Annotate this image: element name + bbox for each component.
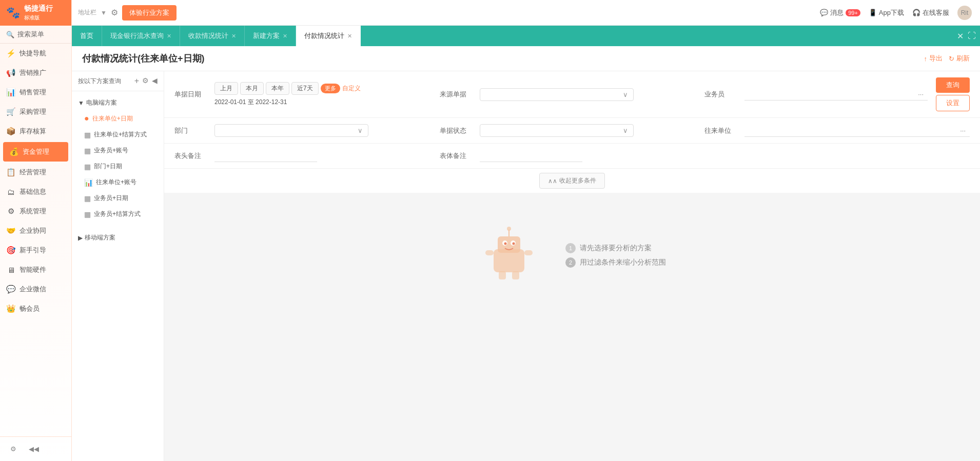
sidebar-item-guide[interactable]: 🎯 新手引导	[0, 240, 71, 260]
source-select[interactable]: ∨	[480, 88, 634, 101]
sidebar-item-wechat[interactable]: 💬 企业微信	[0, 279, 71, 299]
operation-icon: 📋	[6, 168, 15, 177]
sidebar-item-quick-nav[interactable]: ⚡ 快捷导航	[0, 44, 71, 63]
sidebar-item-collab[interactable]: 🤝 企业协同	[0, 221, 71, 240]
collapse-icon: ∧∧	[548, 177, 557, 185]
scheme-item-unit-account[interactable]: 📊 往来单位+账号	[72, 174, 164, 190]
svg-rect-8	[485, 250, 494, 255]
unit-account-icon: 📊	[84, 178, 93, 187]
service-icon: 🎧	[912, 9, 920, 16]
sidebar-search[interactable]: 🔍 搜索菜单	[0, 26, 71, 44]
sidebar-item-inventory[interactable]: 📦 库存核算	[0, 122, 71, 141]
expand-tab-btn[interactable]: ⛶	[968, 31, 976, 41]
tab-payment-stats-label: 付款情况统计	[304, 31, 344, 41]
tab-new-scheme[interactable]: 新建方案 ✕	[245, 26, 296, 46]
sidebar-item-marketing[interactable]: 📢 营销推广	[0, 63, 71, 83]
sidebar-item-purchase[interactable]: 🛒 采购管理	[0, 102, 71, 122]
topnav-settings-icon[interactable]: ⚙	[111, 8, 118, 17]
refresh-btn[interactable]: ↻ 刷新	[949, 54, 970, 63]
scheme-collapse-btn[interactable]: ◀	[152, 76, 158, 86]
online-service-btn[interactable]: 🎧 在线客服	[912, 8, 949, 17]
sidebar-item-finance[interactable]: 💰 资金管理	[3, 142, 68, 162]
filter-wrapper: 单据日期 上月 本月 本年 近7天 更多 自定义 2022-01-01 至 20…	[164, 71, 980, 193]
app-download-btn[interactable]: 📱 App下载	[869, 8, 904, 17]
logo-sub: 标准版	[24, 14, 53, 22]
sidebar-collapse-btn[interactable]: ◀◀	[25, 442, 43, 456]
scheme-item-dept-date[interactable]: ▦ 部门+日期	[72, 158, 164, 174]
export-label: 导出	[929, 54, 943, 63]
tab-receipt-stats-close[interactable]: ✕	[231, 33, 236, 39]
sidebar-item-sales[interactable]: 📊 销售管理	[0, 83, 71, 102]
date-btn-7days[interactable]: 近7天	[291, 82, 319, 95]
desktop-scheme-title[interactable]: ▼ 电脑端方案	[72, 95, 164, 110]
date-btn-last-month[interactable]: 上月	[214, 82, 238, 95]
scheme-item-unit-date[interactable]: ● 往来单位+日期	[72, 110, 164, 127]
salesman-filter-label: 业务员	[704, 90, 740, 99]
page-header: 付款情况统计(往来单位+日期) ↑ 导出 ↻ 刷新	[72, 46, 980, 71]
tab-payment-stats-close[interactable]: ✕	[347, 33, 352, 39]
tab-receipt-stats[interactable]: 收款情况统计 ✕	[180, 26, 245, 46]
scheme-query-label: 按以下方案查询	[78, 77, 121, 86]
left-panel: 按以下方案查询 + ⚙ ◀ ▼ 电脑端方案 ● 往来单位+日期 ▦	[72, 71, 164, 461]
sidebar-item-operation[interactable]: 📋 经营管理	[0, 163, 71, 182]
tab-home[interactable]: 首页	[72, 26, 102, 46]
related-unit-dots-icon[interactable]: ···	[960, 127, 966, 134]
sidebar-item-label: 企业协同	[19, 226, 46, 235]
tip-num-2: 2	[565, 257, 576, 268]
refresh-icon: ↻	[949, 55, 954, 63]
svg-point-4	[504, 243, 507, 245]
doc-status-select[interactable]: ∨	[480, 124, 634, 137]
salesman-dots-icon[interactable]: ···	[918, 90, 924, 98]
dept-chevron-icon: ∨	[358, 127, 363, 134]
scheme-add-btn[interactable]: +	[134, 76, 139, 86]
scheme-item-unit-settlement[interactable]: ▦ 往来单位+结算方式	[72, 127, 164, 143]
settings-button[interactable]: 设置	[936, 95, 970, 111]
tab-new-scheme-close[interactable]: ✕	[283, 33, 287, 39]
sidebar-settings-btn[interactable]: ⚙	[6, 442, 21, 456]
scheme-item-salesman-date[interactable]: ▦ 业务员+日期	[72, 190, 164, 206]
search-icon: 🔍	[6, 31, 14, 38]
sidebar-item-hardware[interactable]: 🖥 智能硬件	[0, 260, 71, 279]
scheme-settings-btn[interactable]: ⚙	[142, 76, 149, 86]
sidebar: 🐾 畅捷通行 标准版 🔍 搜索菜单 ⚡ 快捷导航 📢 营销推广 📊 销售管理 🛒…	[0, 0, 72, 461]
date-more-btn[interactable]: 更多	[321, 84, 340, 93]
sidebar-item-basic[interactable]: 🗂 基础信息	[0, 182, 71, 202]
scheme-item-salesman-account[interactable]: ▦ 业务员+账号	[72, 143, 164, 158]
unit-settlement-icon: ▦	[84, 131, 91, 139]
sidebar-item-member[interactable]: 👑 畅会员	[0, 299, 71, 318]
desktop-chevron-icon: ▼	[78, 99, 84, 107]
tab-payment-stats[interactable]: 付款情况统计 ✕	[296, 26, 361, 46]
filter-row-1: 单据日期 上月 本月 本年 近7天 更多 自定义 2022-01-01 至 20…	[164, 71, 980, 118]
trial-button[interactable]: 体验行业方案	[122, 5, 177, 21]
date-btn-this-year[interactable]: 本年	[266, 82, 289, 95]
mobile-chevron-icon: ▶	[78, 234, 83, 242]
messages-btn[interactable]: 💬 消息 99+	[820, 8, 860, 17]
tip-text-2: 用过滤条件来缩小分析范围	[580, 258, 666, 267]
date-btn-this-month[interactable]: 本月	[240, 82, 264, 95]
sidebar-item-label: 基础信息	[19, 187, 46, 196]
sidebar-item-system[interactable]: ⚙ 系统管理	[0, 202, 71, 221]
body-note-input[interactable]	[480, 150, 582, 162]
sidebar-item-label: 快捷导航	[19, 49, 46, 58]
date-custom-btn[interactable]: 自定义	[342, 84, 361, 93]
user-avatar[interactable]: Rit	[957, 6, 972, 20]
topnav-left: 地址栏 ▼ ⚙ 体验行业方案	[72, 5, 183, 21]
mobile-section-label: 移动端方案	[85, 233, 115, 242]
scheme-item-salesman-settlement[interactable]: ▦ 业务员+结算方式	[72, 206, 164, 222]
query-button[interactable]: 查询	[936, 77, 970, 93]
related-unit-filter-label: 往来单位	[704, 126, 740, 135]
scheme-item-label: 往来单位+结算方式	[94, 130, 147, 139]
online-service-label: 在线客服	[923, 8, 949, 17]
refresh-label: 刷新	[956, 54, 970, 63]
tab-home-label: 首页	[80, 31, 93, 41]
tab-bank-flow-close[interactable]: ✕	[167, 33, 171, 39]
dept-select[interactable]: ∨	[214, 124, 368, 137]
collapse-conditions-btn[interactable]: ∧∧ 收起更多条件	[539, 173, 605, 189]
export-btn[interactable]: ↑ 导出	[924, 54, 943, 63]
close-all-tabs-btn[interactable]: ✕	[957, 31, 964, 41]
tab-bank-flow[interactable]: 现金银行流水查询 ✕	[102, 26, 180, 46]
header-note-input[interactable]	[214, 150, 317, 162]
mobile-scheme-title[interactable]: ▶ 移动端方案	[72, 230, 164, 245]
tabbar: 首页 现金银行流水查询 ✕ 收款情况统计 ✕ 新建方案 ✕ 付款情况统计 ✕ ✕…	[72, 26, 980, 46]
sidebar-item-label: 企业微信	[19, 285, 46, 294]
